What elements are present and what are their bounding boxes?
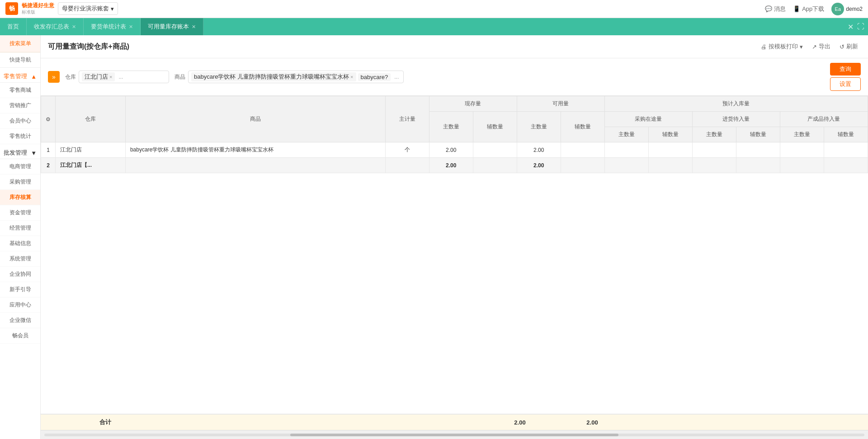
- query-button[interactable]: 查询: [830, 63, 861, 76]
- sidebar-retail-label: 零售管理: [4, 72, 27, 80]
- main-layout: 搜索菜单 快捷导航 零售管理 ▲ 零售商城 营销推广 会员中心 零售统计 批发管…: [0, 35, 868, 439]
- th-available-group: 可用量: [517, 96, 604, 112]
- print-button[interactable]: 🖨 按模板打印 ▾: [758, 41, 806, 52]
- tenant-name: 母婴行业演示账套: [62, 5, 109, 13]
- brand-info: 畅捷通好生意 标准版: [22, 2, 54, 15]
- subtotal-index: 2: [41, 158, 56, 173]
- footer-available-main: 2.00: [574, 419, 610, 426]
- sidebar-item-ecommerce[interactable]: 电商管理: [0, 159, 40, 175]
- app-download-button[interactable]: 📱 App下载: [793, 5, 824, 13]
- row-unit: 个: [385, 142, 429, 158]
- sidebar-item-marketing[interactable]: 营销推广: [0, 98, 40, 113]
- footer-available-aux: [610, 419, 646, 426]
- footer-current-aux: [538, 419, 574, 426]
- sidebar-item-members[interactable]: 会员中心: [0, 113, 40, 129]
- product-input[interactable]: babycare学饮杯 儿童防摔防撞吸管杯重力球吸嘴杯宝宝水杯 × babyca…: [188, 71, 404, 83]
- th-incoming-main: 主数量: [692, 127, 736, 142]
- sidebar-section-retail[interactable]: 零售管理 ▲: [0, 68, 40, 83]
- th-available-main: 主数量: [517, 112, 561, 142]
- th-main-unit: 主计量: [385, 96, 429, 142]
- nav-tabs: 首页 收发存汇总表 ✕ 要货单统计表 ✕ 可用量库存账本 ✕ ✕ ⛶: [0, 18, 868, 35]
- product-ellipsis[interactable]: ...: [392, 74, 401, 80]
- refresh-button[interactable]: ↺ 刷新: [837, 41, 861, 52]
- sidebar-item-app-center[interactable]: 应用中心: [0, 297, 40, 313]
- print-icon: 🖨: [761, 43, 767, 50]
- sidebar-wholesale-arrow: ▼: [31, 150, 37, 156]
- tab-receive-summary-close[interactable]: ✕: [72, 24, 76, 30]
- sidebar-item-retail-mall[interactable]: 零售商城: [0, 83, 40, 98]
- message-icon: 💬: [765, 5, 772, 12]
- th-product-aux: 辅数量: [824, 127, 868, 142]
- settings-button[interactable]: 设置: [830, 77, 861, 91]
- sidebar-item-collaboration[interactable]: 企业协同: [0, 267, 40, 282]
- warehouse-tag-remove[interactable]: ×: [109, 74, 112, 80]
- sidebar-item-inventory[interactable]: 库存核算: [0, 190, 40, 205]
- th-available-aux: 辅数量: [561, 112, 604, 142]
- sidebar-item-retail-stats[interactable]: 零售统计: [0, 129, 40, 144]
- th-purchase-aux: 辅数量: [648, 127, 692, 142]
- row-available-aux: [561, 142, 604, 158]
- sidebar-item-system[interactable]: 系统管理: [0, 251, 40, 267]
- tab-fullscreen-icon[interactable]: ⛶: [857, 23, 864, 31]
- sidebar-item-purchase[interactable]: 采购管理: [0, 175, 40, 190]
- sidebar-item-newbie[interactable]: 新手引导: [0, 282, 40, 297]
- tab-order-stats-close[interactable]: ✕: [129, 24, 133, 30]
- tab-available-stock-label: 可用量库存账本: [148, 23, 189, 31]
- footer-product-main: [791, 419, 827, 426]
- table-footer: 合计 2.00 2.00: [41, 414, 868, 430]
- sidebar-quick-nav[interactable]: 快捷导航: [0, 52, 40, 68]
- tab-order-stats[interactable]: 要货单统计表 ✕: [84, 18, 141, 35]
- filter-toggle-button[interactable]: »: [48, 71, 60, 83]
- tab-available-stock-close[interactable]: ✕: [192, 24, 196, 30]
- tab-receive-summary-label: 收发存汇总表: [34, 23, 69, 31]
- sidebar-item-operations[interactable]: 经营管理: [0, 221, 40, 236]
- sidebar-item-basic-info[interactable]: 基础信息: [0, 236, 40, 251]
- tab-close-all-icon[interactable]: ✕: [848, 23, 854, 31]
- subtotal-purchase-main: [604, 158, 648, 173]
- sidebar-search-label[interactable]: 搜索菜单: [4, 40, 37, 47]
- brand-name: 畅捷通好生意: [22, 2, 54, 9]
- warehouse-input[interactable]: 江北门店 × ...: [79, 71, 169, 83]
- footer-incoming-main: [719, 419, 755, 426]
- sidebar-item-finance[interactable]: 资金管理: [0, 205, 40, 221]
- sidebar-item-member-plus[interactable]: 畅会员: [0, 328, 40, 344]
- tab-available-stock[interactable]: 可用量库存账本 ✕: [141, 18, 203, 35]
- row-incoming-main: [692, 142, 736, 158]
- footer-purchase-aux: [683, 419, 719, 426]
- avatar: Ea: [831, 3, 844, 15]
- footer-current-main: 2.00: [502, 419, 538, 426]
- th-purchase-onway-group: 采购在途量: [604, 112, 692, 127]
- tab-home[interactable]: 首页: [0, 18, 27, 35]
- filter-actions: 查询 设置: [830, 63, 861, 91]
- th-incoming-aux: 辅数量: [736, 127, 780, 142]
- refresh-label: 刷新: [846, 42, 858, 51]
- user-info[interactable]: Ea demo2: [831, 3, 863, 15]
- sidebar-search[interactable]: 搜索菜单: [0, 35, 40, 52]
- table-row: 1 江北门店 babycare学饮杯 儿童防摔防撞吸管杯重力球吸嘴杯宝宝水杯 个…: [41, 142, 868, 158]
- message-button[interactable]: 💬 消息: [765, 5, 786, 13]
- filter-warehouse-group: 仓库 江北门店 × ...: [65, 71, 169, 83]
- row-purchase-aux: [648, 142, 692, 158]
- tenant-selector[interactable]: 母婴行业演示账套 ▾: [58, 2, 118, 15]
- export-label: 导出: [819, 42, 830, 51]
- sidebar-section-wholesale[interactable]: 批发管理 ▼: [0, 144, 40, 159]
- filter-product-group: 商品 babycare学饮杯 儿童防摔防撞吸管杯重力球吸嘴杯宝宝水杯 × bab…: [175, 71, 404, 83]
- subtotal-available-aux: [561, 158, 604, 173]
- subtotal-purchase-aux: [648, 158, 692, 173]
- page-title: 可用量查询(按仓库+商品): [48, 42, 129, 52]
- subtotal-product-aux: [824, 158, 868, 173]
- message-label: 消息: [774, 5, 786, 13]
- filter-bar: » 仓库 江北门店 × ... 商品 babycare学饮杯 儿童防摔防撞吸管杯…: [41, 58, 868, 96]
- warehouse-tag-text: 江北门店: [85, 73, 108, 81]
- product-tag-1-remove[interactable]: ×: [350, 74, 353, 80]
- scroll-thumb[interactable]: [290, 434, 618, 436]
- sidebar-item-wechat-work[interactable]: 企业微信: [0, 313, 40, 328]
- export-button[interactable]: ↗ 导出: [809, 41, 833, 52]
- warehouse-ellipsis[interactable]: ...: [117, 74, 125, 80]
- bottom-scrollbar[interactable]: [41, 430, 868, 439]
- footer-values: 2.00 2.00: [111, 419, 863, 426]
- footer-incoming-aux: [755, 419, 791, 426]
- th-settings[interactable]: ⚙: [41, 96, 56, 142]
- tab-receive-summary[interactable]: 收发存汇总表 ✕: [27, 18, 84, 35]
- row-product-main: [780, 142, 824, 158]
